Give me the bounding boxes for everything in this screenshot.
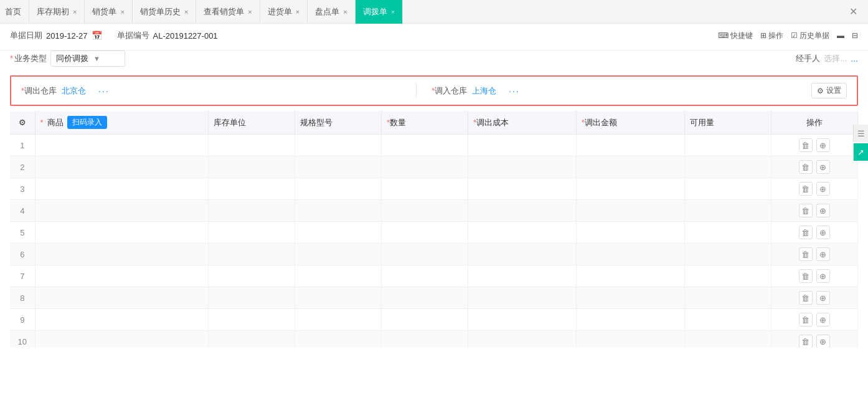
warehouse-in-more[interactable]: ··· — [509, 86, 520, 96]
copy-row-button[interactable]: ⊕ — [816, 204, 830, 217]
business-type-select[interactable]: 同价调拨 ▼ — [50, 50, 125, 67]
row-qty-cell[interactable] — [381, 331, 468, 348]
delete-row-button[interactable]: 🗑 — [799, 204, 813, 217]
row-cost-cell[interactable] — [468, 287, 576, 309]
row-cost-cell[interactable] — [468, 309, 576, 331]
row-op-cell: 🗑 ⊕ — [771, 200, 857, 222]
tab-check-sales[interactable]: 查看销货单 × — [196, 0, 260, 24]
row-goods-cell[interactable] — [35, 135, 208, 156]
row-spec-cell — [295, 156, 381, 178]
row-goods-cell[interactable] — [35, 200, 208, 222]
delete-row-button[interactable]: 🗑 — [799, 138, 813, 152]
history-button[interactable]: ☑ 历史单据 — [791, 31, 829, 41]
settings-button[interactable]: ⚙ 设置 — [811, 83, 847, 98]
row-qty-cell[interactable] — [381, 244, 468, 265]
row-spec-cell — [295, 222, 381, 244]
row-available-cell — [684, 265, 771, 287]
row-qty-cell[interactable] — [381, 200, 468, 222]
sidebar-expand-icon[interactable]: ↗ — [853, 143, 868, 161]
row-cost-cell[interactable] — [468, 156, 576, 178]
delete-row-button[interactable]: 🗑 — [799, 313, 813, 326]
row-goods-cell[interactable] — [35, 287, 208, 309]
delete-row-button[interactable]: 🗑 — [799, 160, 813, 174]
agent-more-button[interactable]: ... — [851, 54, 858, 64]
row-cost-cell[interactable] — [468, 222, 576, 244]
tab-initial-inventory[interactable]: 库存期初 × — [29, 0, 85, 24]
row-goods-cell[interactable] — [35, 265, 208, 287]
row-cost-cell[interactable] — [468, 244, 576, 265]
row-cost-cell[interactable] — [468, 178, 576, 200]
row-cost-cell[interactable] — [468, 200, 576, 222]
tab-close-sales-history[interactable]: × — [184, 8, 188, 16]
copy-row-button[interactable]: ⊕ — [816, 269, 830, 283]
scan-barcode-button[interactable]: 扫码录入 — [67, 116, 107, 129]
select-arrow-icon: ▼ — [93, 55, 100, 62]
row-cost-cell[interactable] — [468, 331, 576, 348]
row-qty-cell[interactable] — [381, 287, 468, 309]
copy-row-button[interactable]: ⊕ — [816, 313, 830, 326]
delete-row-button[interactable]: 🗑 — [799, 335, 813, 348]
row-qty-cell[interactable] — [381, 309, 468, 331]
row-qty-cell[interactable] — [381, 135, 468, 156]
copy-row-button[interactable]: ⊕ — [816, 138, 830, 152]
sidebar-list-icon[interactable]: ☰ — [853, 125, 868, 142]
row-qty-cell[interactable] — [381, 265, 468, 287]
tab-transfer-order[interactable]: 调拨单 × — [356, 0, 403, 24]
delete-row-button[interactable]: 🗑 — [799, 291, 813, 305]
tab-home[interactable]: 首页 — [5, 0, 29, 24]
agent-select[interactable]: 选择... — [824, 53, 847, 64]
layout-list-button[interactable]: ▬ — [837, 31, 844, 40]
tab-close-inventory-count[interactable]: × — [343, 8, 347, 16]
row-available-cell — [684, 244, 771, 265]
row-cost-cell[interactable] — [468, 135, 576, 156]
warehouse-out-more[interactable]: ··· — [98, 86, 110, 96]
copy-row-button[interactable]: ⊕ — [816, 291, 830, 305]
row-unit-cell — [208, 178, 295, 200]
copy-row-button[interactable]: ⊕ — [816, 160, 830, 174]
tab-close-check-sales[interactable]: × — [248, 8, 252, 16]
tab-inventory-count[interactable]: 盘点单 × — [308, 0, 355, 24]
copy-row-button[interactable]: ⊕ — [816, 247, 830, 261]
th-gear[interactable]: ⚙ — [10, 111, 35, 135]
shortcut-key-button[interactable]: ⌨ 快捷键 — [718, 31, 753, 41]
copy-row-button[interactable]: ⊕ — [816, 226, 830, 239]
tab-close-sales-order[interactable]: × — [120, 8, 124, 16]
window-close-button[interactable]: ✕ — [843, 2, 863, 22]
calendar-icon[interactable]: 📅 — [92, 31, 102, 40]
tab-close-initial-inventory[interactable]: × — [73, 8, 77, 16]
tab-sales-history[interactable]: 销货单历史 × — [133, 0, 196, 24]
layout-grid-icon: ⊟ — [852, 31, 858, 40]
row-goods-cell[interactable] — [35, 156, 208, 178]
tab-close-purchase-order[interactable]: × — [296, 8, 300, 16]
delete-row-button[interactable]: 🗑 — [799, 269, 813, 283]
row-qty-cell[interactable] — [381, 178, 468, 200]
operation-label: 操作 — [768, 31, 783, 41]
warehouse-out-value[interactable]: 北京仓 — [62, 85, 86, 97]
business-type-value: 同价调拨 — [56, 53, 88, 64]
warehouse-in-value[interactable]: 上海仓 — [472, 85, 496, 97]
copy-row-button[interactable]: ⊕ — [816, 335, 830, 348]
gear-settings-icon[interactable]: ⚙ — [19, 118, 26, 127]
operation-button[interactable]: ⊞ 操作 — [760, 31, 783, 41]
row-cost-cell[interactable] — [468, 265, 576, 287]
delete-row-button[interactable]: 🗑 — [799, 226, 813, 239]
delete-row-button[interactable]: 🗑 — [799, 247, 813, 261]
th-available: 可用量 — [684, 111, 771, 135]
delete-row-button[interactable]: 🗑 — [799, 182, 813, 196]
row-goods-cell[interactable] — [35, 178, 208, 200]
row-spec-cell — [295, 178, 381, 200]
row-qty-cell[interactable] — [381, 156, 468, 178]
tab-sales-order[interactable]: 销货单 × — [85, 0, 132, 24]
tab-purchase-order[interactable]: 进货单 × — [260, 0, 308, 24]
row-goods-cell[interactable] — [35, 309, 208, 331]
row-goods-cell[interactable] — [35, 244, 208, 265]
agent-label: 经手人 — [796, 53, 820, 64]
copy-row-button[interactable]: ⊕ — [816, 182, 830, 196]
doc-date-value[interactable]: 2019-12-27 — [46, 31, 88, 40]
row-amount-cell — [576, 331, 684, 348]
tab-close-transfer-order[interactable]: × — [391, 8, 395, 16]
row-qty-cell[interactable] — [381, 222, 468, 244]
row-goods-cell[interactable] — [35, 331, 208, 348]
layout-grid-button[interactable]: ⊟ — [852, 31, 858, 40]
row-goods-cell[interactable] — [35, 222, 208, 244]
